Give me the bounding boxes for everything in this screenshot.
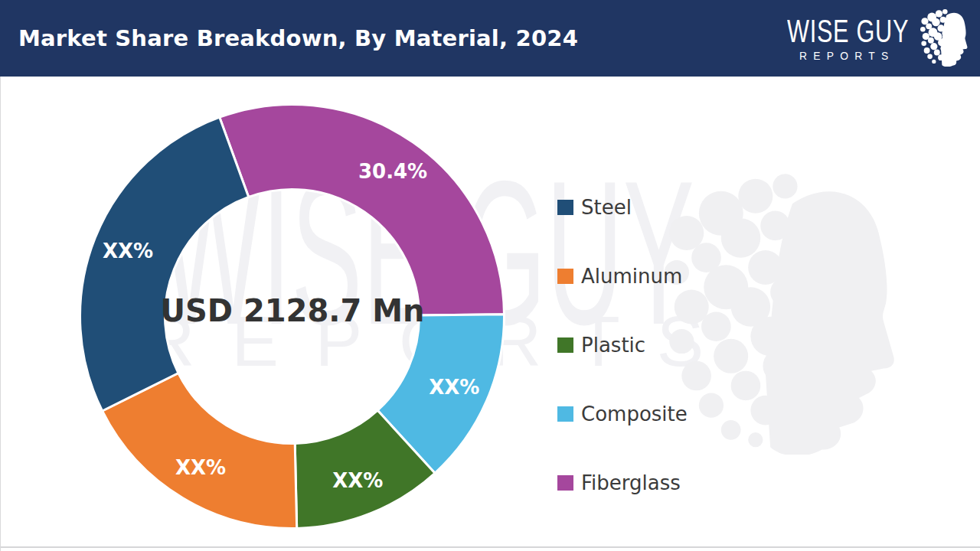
legend-label-plastic: Plastic	[581, 335, 645, 355]
donut-chart: 30.4%XX%XX%XX%XX%	[0, 0, 980, 551]
donut-segment-fiberglass	[220, 105, 505, 315]
legend-label-steel: Steel	[581, 197, 632, 217]
donut-segment-label-composite: XX%	[429, 376, 479, 399]
legend-item-fiberglass: Fiberglass	[557, 473, 688, 493]
donut-segment-steel	[80, 117, 249, 411]
chart-legend: Steel Aluminum Plastic Composite Fibergl…	[557, 197, 688, 542]
legend-item-steel: Steel	[557, 197, 688, 217]
legend-label-composite: Composite	[581, 404, 688, 424]
legend-label-aluminum: Aluminum	[581, 266, 682, 286]
header-bar: Market Share Breakdown, By Material, 202…	[0, 0, 980, 77]
page-title: Market Share Breakdown, By Material, 202…	[18, 0, 578, 77]
brand-wiseguy-text: WISE GUY	[787, 15, 882, 47]
left-edge-divider	[0, 77, 1, 551]
legend-item-plastic: Plastic	[557, 335, 688, 355]
footer-divider	[0, 546, 980, 551]
legend-swatch-fiberglass	[557, 475, 573, 491]
legend-item-aluminum: Aluminum	[557, 266, 688, 286]
legend-swatch-composite	[557, 406, 573, 422]
donut-segment-label-steel: XX%	[103, 240, 153, 262]
brand-reports-text: REPORTS	[799, 49, 908, 62]
legend-label-fiberglass: Fiberglass	[581, 473, 681, 493]
wiseguy-face-icon	[919, 6, 969, 67]
legend-swatch-steel	[557, 200, 573, 215]
brand-logo: WISE GUY REPORTS	[786, 0, 969, 77]
brand-text: WISE GUY REPORTS	[787, 15, 917, 62]
donut-segment-label-fiberglass: 30.4%	[358, 160, 427, 183]
donut-segment-label-plastic: XX%	[332, 469, 383, 492]
donut-segment-label-aluminum: XX%	[175, 456, 226, 479]
legend-item-composite: Composite	[557, 404, 688, 424]
chart-center-value: USD 2128.7 Mn	[161, 293, 425, 328]
legend-swatch-plastic	[557, 337, 573, 353]
legend-swatch-aluminum	[557, 269, 573, 284]
